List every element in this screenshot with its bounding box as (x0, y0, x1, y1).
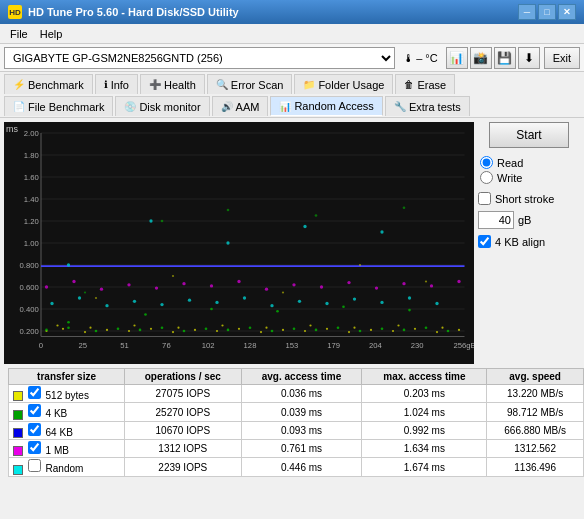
svg-point-52 (436, 331, 438, 333)
tab-benchmark[interactable]: ⚡ Benchmark (4, 74, 93, 94)
svg-point-109 (160, 303, 163, 306)
short-stroke-row: Short stroke (478, 192, 580, 205)
close-button[interactable]: ✕ (558, 4, 576, 20)
row-ops-1: 25270 IOPS (125, 403, 241, 421)
disk-select[interactable]: GIGABYTE GP-GSM2NE8256GNTD (256) (4, 47, 395, 69)
svg-point-46 (304, 330, 306, 332)
svg-text:153: 153 (285, 341, 298, 350)
row-ops-2: 10670 IOPS (125, 421, 241, 439)
menu-help[interactable]: Help (34, 27, 69, 41)
tab-disk-monitor[interactable]: 💿 Disk monitor (115, 96, 209, 116)
disk-monitor-icon: 💿 (124, 101, 136, 112)
svg-point-122 (226, 241, 229, 244)
svg-point-44 (260, 331, 262, 333)
col-max-access: max. access time (362, 369, 487, 385)
svg-point-62 (397, 324, 399, 326)
svg-point-72 (227, 329, 230, 332)
start-button[interactable]: Start (489, 122, 569, 148)
data-table-wrapper: transfer size operations / sec avg. acce… (0, 368, 584, 481)
short-stroke-label: Short stroke (495, 193, 554, 205)
svg-point-92 (127, 283, 130, 286)
svg-point-123 (303, 225, 306, 228)
row-checkbox-0[interactable] (28, 386, 41, 399)
tab-file-benchmark[interactable]: 📄 File Benchmark (4, 96, 113, 116)
tab-erase-label: Erase (417, 79, 446, 91)
row-checkbox-2[interactable] (28, 423, 41, 436)
tab-info[interactable]: ℹ Info (95, 74, 138, 94)
read-radio[interactable] (480, 156, 493, 169)
row-avg-1: 0.039 ms (241, 403, 362, 421)
short-stroke-checkbox[interactable] (478, 192, 491, 205)
svg-point-64 (45, 329, 48, 332)
read-label: Read (497, 157, 523, 169)
tab-extra-tests-label: Extra tests (409, 101, 461, 113)
icon-btn-3[interactable]: 💾 (494, 47, 516, 69)
tab-benchmark-label: Benchmark (28, 79, 84, 91)
row-checkbox-4[interactable] (28, 459, 41, 472)
exit-button[interactable]: Exit (544, 47, 580, 69)
svg-point-133 (315, 214, 318, 217)
svg-point-38 (128, 330, 130, 332)
svg-point-91 (100, 288, 103, 291)
svg-point-51 (414, 328, 416, 330)
svg-point-78 (359, 330, 362, 333)
row-speed-1: 98.712 MB/s (487, 403, 584, 421)
col-avg-access: avg. access time (241, 369, 362, 385)
svg-point-48 (348, 331, 350, 333)
row-max-3: 1.634 ms (362, 440, 487, 458)
align-checkbox[interactable] (478, 235, 491, 248)
svg-point-41 (194, 329, 196, 331)
svg-point-110 (188, 299, 191, 302)
tab-random-access[interactable]: 📊 Random Access (270, 96, 382, 116)
read-write-group: Read Write (478, 154, 580, 186)
menu-file[interactable]: File (4, 27, 34, 41)
svg-point-96 (237, 280, 240, 283)
row-color-2 (13, 428, 23, 438)
row-avg-0: 0.036 ms (241, 385, 362, 403)
svg-point-97 (265, 288, 268, 291)
tab-health[interactable]: ➕ Health (140, 74, 205, 94)
row-max-1: 1.024 ms (362, 403, 487, 421)
icon-btn-1[interactable]: 📊 (446, 47, 468, 69)
table-row: 1 MB 1312 IOPS 0.761 ms 1.634 ms 1312.56… (9, 440, 584, 458)
temp-value: – °C (416, 52, 438, 64)
chart-svg: 2.00 1.80 1.60 1.40 1.20 1.00 0.800 0.60… (4, 122, 474, 364)
tab-erase[interactable]: 🗑 Erase (395, 74, 455, 94)
row-ops-0: 27075 IOPS (125, 385, 241, 403)
row-checkbox-3[interactable] (28, 441, 41, 454)
svg-text:102: 102 (202, 341, 215, 350)
toolbar-icons: 📊 📸 💾 ⬇ (446, 47, 540, 69)
svg-point-84 (144, 313, 147, 316)
svg-point-55 (89, 327, 91, 329)
row-label-2: 64 KB (9, 421, 125, 439)
row-ops-4: 2239 IOPS (125, 458, 241, 476)
svg-point-88 (408, 309, 411, 312)
svg-text:0.600: 0.600 (20, 283, 39, 292)
write-radio[interactable] (480, 171, 493, 184)
svg-point-45 (282, 329, 284, 331)
tab-error-scan[interactable]: 🔍 Error Scan (207, 74, 293, 94)
svg-text:25: 25 (79, 341, 88, 350)
svg-point-57 (177, 327, 179, 329)
row-checkbox-1[interactable] (28, 404, 41, 417)
row-avg-3: 0.761 ms (241, 440, 362, 458)
icon-btn-4[interactable]: ⬇ (518, 47, 540, 69)
row-speed-0: 13.220 MB/s (487, 385, 584, 403)
gb-row: gB (478, 211, 580, 229)
row-speed-2: 666.880 MB/s (487, 421, 584, 439)
tab-extra-tests[interactable]: 🔧 Extra tests (385, 96, 470, 116)
row-speed-3: 1312.562 (487, 440, 584, 458)
gb-unit-label: gB (518, 214, 531, 226)
icon-btn-2[interactable]: 📸 (470, 47, 492, 69)
row-color-4 (13, 465, 23, 475)
row-label-0: 512 bytes (9, 385, 125, 403)
row-avg-4: 0.446 ms (241, 458, 362, 476)
svg-point-81 (425, 326, 428, 329)
gb-spinbox[interactable] (478, 211, 514, 229)
tab-aam[interactable]: 🔊 AAM (212, 96, 269, 116)
table-row: Random 2239 IOPS 0.446 ms 1.674 ms 1136.… (9, 458, 584, 476)
tab-folder-usage[interactable]: 📁 Folder Usage (294, 74, 393, 94)
minimize-button[interactable]: ─ (518, 4, 536, 20)
svg-point-66 (95, 330, 98, 333)
maximize-button[interactable]: □ (538, 4, 556, 20)
